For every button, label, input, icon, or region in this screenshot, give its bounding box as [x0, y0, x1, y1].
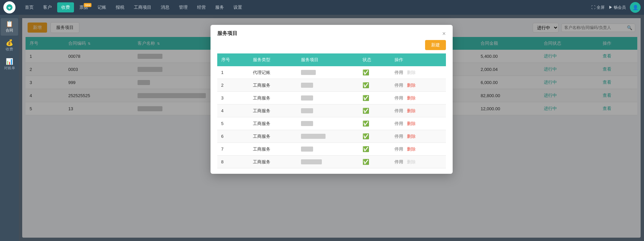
- nav-customer[interactable]: 客户: [39, 2, 56, 12]
- nav-invoice[interactable]: 票据 new: [75, 2, 92, 12]
- nav-operation[interactable]: 经营: [193, 2, 210, 12]
- modal-cell-type: 工商服务: [249, 79, 297, 92]
- fee-icon: 💰: [6, 40, 13, 46]
- stop-button[interactable]: 停用: [394, 95, 403, 101]
- modal-cell-type: 代理记账: [249, 66, 297, 79]
- modal-cell-index: 5: [217, 117, 249, 130]
- sidebar-label-statement: 对账单: [4, 66, 15, 71]
- nav-tax[interactable]: 报税: [112, 2, 128, 12]
- modal-cell-action: 停用 删除: [390, 156, 446, 168]
- modal-table: 序号 服务类型 服务项目 状态 操作 1 代理记账 ████1 ✅ 停用: [217, 53, 446, 168]
- nav-items: 首页 客户 收费 票据 new 记账 报税 工商项目 消息 管理 经营 服务 设…: [21, 2, 591, 12]
- main-layout: 📋 合同 💰 收费 📊 对账单 新增 服务项目 进行中 已完成 已终止: [0, 15, 644, 241]
- modal-cell-action: 停用 删除: [390, 117, 446, 130]
- modal-cell-status: ✅: [358, 143, 390, 156]
- modal-table-row: 5 工商服务 ████ ✅ 停用 删除: [217, 117, 446, 130]
- delete-button[interactable]: 删除: [407, 121, 416, 126]
- app-logo[interactable]: [3, 1, 15, 13]
- nav-home[interactable]: 首页: [21, 2, 38, 12]
- delete-button[interactable]: 删除: [407, 134, 416, 139]
- status-check-icon: ✅: [363, 121, 369, 126]
- nav-manage[interactable]: 管理: [175, 2, 192, 12]
- delete-button[interactable]: 删除: [407, 108, 416, 113]
- stop-button[interactable]: 停用: [394, 159, 403, 164]
- new-badge: new: [84, 3, 91, 7]
- sidebar-item-contract[interactable]: 📋 合同: [1, 18, 18, 36]
- modal-close-button[interactable]: ×: [442, 31, 446, 37]
- sidebar-label-contract: 合同: [6, 28, 13, 33]
- modal-toolbar: 新建: [211, 37, 453, 53]
- sidebar-item-statement[interactable]: 📊 对账单: [1, 56, 18, 73]
- delete-button[interactable]: 删除: [407, 83, 416, 88]
- status-check-icon: ✅: [363, 146, 369, 152]
- modal-col-type: 服务类型: [249, 53, 297, 66]
- modal-cell-item: ████1: [297, 66, 359, 79]
- modal-cell-item: ████████: [297, 130, 359, 143]
- modal-cell-type: 工商服务: [249, 130, 297, 143]
- modal-cell-index: 3: [217, 92, 249, 105]
- stop-button[interactable]: 停用: [394, 121, 403, 126]
- fullscreen-btn[interactable]: ⛶ 全屏: [591, 5, 604, 10]
- sidebar-item-fee[interactable]: 💰 收费: [1, 37, 18, 54]
- modal-col-index: 序号: [217, 53, 249, 66]
- status-check-icon: ✅: [363, 70, 369, 75]
- nav-service[interactable]: 服务: [211, 2, 228, 12]
- modal-cell-index: 1: [217, 66, 249, 79]
- sidebar: 📋 合同 💰 收费 📊 对账单: [0, 15, 19, 241]
- nav-business[interactable]: 工商项目: [130, 2, 155, 12]
- modal-cell-index: 8: [217, 156, 249, 168]
- delete-button[interactable]: 删除: [407, 95, 416, 101]
- modal-header: 服务项目 ×: [211, 25, 453, 37]
- modal-cell-type: 工商服务: [249, 105, 297, 117]
- nav-settings[interactable]: 设置: [229, 2, 246, 12]
- modal-cell-item: ████: [297, 79, 359, 92]
- modal-table-row: 1 代理记账 ████1 ✅ 停用 删除: [217, 66, 446, 79]
- delete-button: 删除: [407, 159, 416, 164]
- modal-cell-action: 停用 删除: [390, 143, 446, 156]
- nav-message[interactable]: 消息: [157, 2, 174, 12]
- top-navbar: 首页 客户 收费 票据 new 记账 报税 工商项目 消息 管理 经营 服务 设…: [0, 0, 644, 15]
- modal-table-row: 3 工商服务 ████ ✅ 停用 删除: [217, 92, 446, 105]
- modal-table-row: 4 工商服务 ████ ✅ 停用 删除: [217, 105, 446, 117]
- modal-cell-action: 停用 删除: [390, 92, 446, 105]
- modal-cell-type: 工商服务: [249, 156, 297, 168]
- statement-icon: 📊: [6, 58, 13, 65]
- modal-overlay: 服务项目 × 新建 序号 服务类型 服务项目 状态: [19, 15, 644, 241]
- sidebar-label-fee: 收费: [6, 47, 13, 52]
- stop-button[interactable]: 停用: [394, 134, 403, 139]
- modal-cell-status: ✅: [358, 117, 390, 130]
- modal-body[interactable]: 序号 服务类型 服务项目 状态 操作 1 代理记账 ████1 ✅ 停用: [211, 53, 453, 174]
- modal-cell-item: ████: [297, 117, 359, 130]
- nav-right: ⛶ 全屏 ▶ 畅会员 👤: [591, 2, 641, 13]
- stop-button[interactable]: 停用: [394, 83, 403, 88]
- status-check-icon: ✅: [363, 82, 369, 88]
- stop-button[interactable]: 停用: [394, 70, 403, 75]
- modal-cell-action: 停用 删除: [390, 79, 446, 92]
- modal-title: 服务项目: [217, 30, 237, 37]
- stop-button[interactable]: 停用: [394, 147, 403, 152]
- modal-cell-item: ████: [297, 105, 359, 117]
- modal-table-row: 6 工商服务 ████████ ✅ 停用 删除: [217, 130, 446, 143]
- status-check-icon: ✅: [363, 108, 369, 114]
- modal-cell-action: 停用 删除: [390, 130, 446, 143]
- svg-point-1: [9, 8, 10, 9]
- modal-col-action: 操作: [390, 53, 446, 66]
- stop-button[interactable]: 停用: [394, 108, 403, 113]
- delete-button: 删除: [407, 70, 416, 75]
- modal-cell-item: ████注册: [297, 156, 359, 168]
- user-avatar[interactable]: 👤: [630, 2, 641, 13]
- vip-btn[interactable]: ▶ 畅会员: [609, 5, 626, 10]
- modal-cell-index: 2: [217, 79, 249, 92]
- modal-cell-action: 停用 删除: [390, 66, 446, 79]
- nav-bookkeeping[interactable]: 记账: [93, 2, 110, 12]
- nav-fee[interactable]: 收费: [57, 2, 74, 12]
- modal-cell-type: 工商服务: [249, 143, 297, 156]
- contract-icon: 📋: [6, 21, 13, 27]
- status-check-icon: ✅: [363, 159, 369, 165]
- modal-cell-index: 6: [217, 130, 249, 143]
- delete-button[interactable]: 删除: [407, 147, 416, 152]
- modal-new-button[interactable]: 新建: [425, 40, 446, 50]
- modal-cell-status: ✅: [358, 92, 390, 105]
- modal-cell-status: ✅: [358, 79, 390, 92]
- status-check-icon: ✅: [363, 133, 369, 139]
